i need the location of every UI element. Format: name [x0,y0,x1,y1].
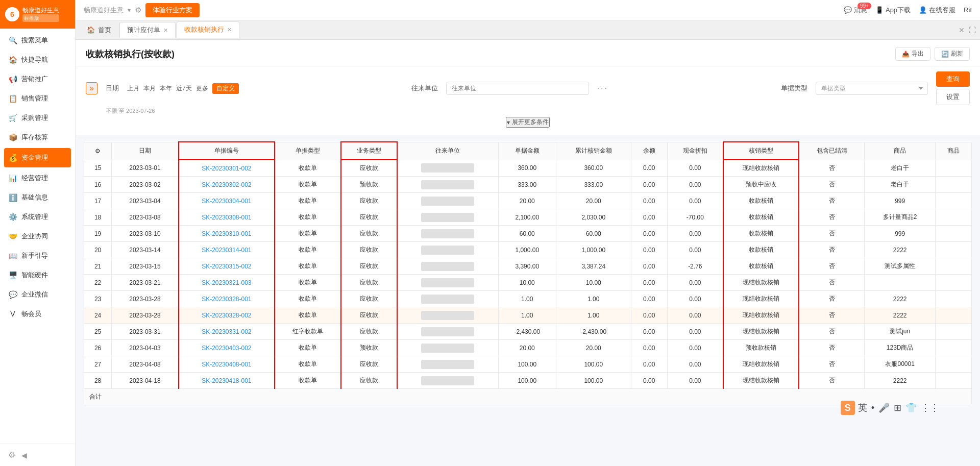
date-shortcut-more[interactable]: 更多 [196,84,208,93]
sidebar-item-hardware[interactable]: 🖥️智能硬件 [0,265,75,285]
online-service-button[interactable]: 👤 在线客服 [919,6,955,15]
logo-text: 畅康道好生意 [22,7,59,15]
cell-date: 2023-03-02 [112,177,179,193]
sidebar-item-marketing[interactable]: 📢营销推广 [0,69,75,89]
tab-collection-exec-close-icon[interactable]: ✕ [227,27,232,33]
doc-no-link[interactable]: SK-20230331-002 [202,328,251,335]
doc-no-link[interactable]: SK-20230408-001 [202,361,251,368]
cell-doc-no: SK-20230301-002 [179,160,275,177]
collapse-icon[interactable]: ◀ [21,451,27,459]
export-button[interactable]: 📤 导出 [895,47,930,61]
col-header-doc-no[interactable]: 单据编号 [179,142,275,160]
cell-num: 17 [84,193,112,209]
col-header-amount[interactable]: 单据金额 [498,142,556,160]
doc-no-link[interactable]: SK-20230308-001 [202,214,251,221]
sidebar-item-quick-nav[interactable]: 🏠快捷导航 [0,50,75,69]
sidebar-item-guide[interactable]: 📖新手引导 [0,246,75,265]
app-download-button[interactable]: 📱 App下载 [875,6,911,15]
doc-no-link[interactable]: SK-20230315-002 [202,263,251,270]
sidebar-item-basic-info[interactable]: ℹ️基础信息 [0,188,75,207]
doc-no-link[interactable]: SK-20230302-002 [202,181,251,188]
cell-cum-amount: 100.00 [556,356,631,373]
cell-amount: 1.00 [498,307,556,324]
message-button[interactable]: 💬 消息 99+ [844,6,867,15]
col-header-gear[interactable]: ⚙ [84,142,112,160]
table-row: 15 2023-03-01 SK-20230301-002 收款单 应收款 ██… [84,160,972,177]
col-header-balance[interactable]: 余额 [631,142,667,160]
doc-no-link[interactable]: SK-20230328-001 [202,296,251,303]
user-name[interactable]: Rit [964,6,972,14]
col-header-doc-type[interactable]: 单据类型 [275,142,340,160]
filter-expand-button[interactable]: » [86,82,97,94]
col-header-product2[interactable]: 商品 [935,142,971,160]
date-shortcut-7days[interactable]: 近7天 [176,84,192,93]
col-header-date[interactable]: 日期 [112,142,179,160]
doc-no-link[interactable]: SK-20230321-003 [202,279,251,286]
date-shortcut-this-month[interactable]: 本月 [143,84,156,93]
cell-cum-amount: 20.00 [556,340,631,356]
col-header-biz-type[interactable]: 业务类型 [341,142,398,160]
cell-date: 2023-04-08 [112,356,179,373]
footer-total-label: 合计 [84,389,972,405]
settings-icon[interactable]: ⚙ [8,450,15,460]
tab-collection-exec[interactable]: 收款核销执行 ✕ [177,21,239,38]
doc-no-link[interactable]: SK-20230418-001 [202,377,251,384]
doc-no-link[interactable]: SK-20230403-002 [202,345,251,352]
doc-no-link[interactable]: SK-20230328-002 [202,312,251,319]
table-row: 18 2023-03-08 SK-20230308-001 收款单 应收款 ██… [84,209,972,226]
refresh-button[interactable]: 🔄 刷新 [935,47,970,61]
sidebar-label-guide: 新手引导 [21,251,48,260]
doc-no-link[interactable]: SK-20230314-001 [202,247,251,254]
col-header-partner[interactable]: 往来单位 [397,142,498,160]
industry-solution-button[interactable]: 体验行业方案 [145,3,200,17]
tab-expand-icon[interactable]: ⛶ [969,26,976,34]
purchase-icon: 🛒 [8,114,17,122]
doc-no-link[interactable]: SK-20230310-001 [202,230,251,237]
cell-partner: ████████ [397,226,498,242]
cell-balance: 0.00 [631,226,667,242]
service-icon: 👤 [919,6,927,14]
table-row: 16 2023-03-02 SK-20230302-002 收款单 预收款 ██… [84,177,972,193]
expand-more-button[interactable]: ▾ 展开更多条件 [506,117,550,128]
partner-input[interactable] [446,82,589,95]
sidebar-item-search[interactable]: 🔍搜索菜单 [0,31,75,50]
tab-home[interactable]: 🏠 首页 [80,22,118,38]
col-header-cum-amount[interactable]: 累计核销金额 [556,142,631,160]
sidebar-item-wechat[interactable]: 💬企业微信 [0,285,75,304]
col-header-cancel-type[interactable]: 核销类型 [723,142,799,160]
doc-no-link[interactable]: SK-20230304-001 [202,198,251,205]
cell-amount: 100.00 [498,356,556,373]
cell-num: 23 [84,291,112,307]
cell-product2 [935,275,971,291]
cell-doc-type: 收款单 [275,258,340,275]
cell-date: 2023-03-04 [112,193,179,209]
date-custom-button[interactable]: 自定义 [212,83,239,94]
sidebar-item-enterprise[interactable]: 🤝企业协同 [0,227,75,246]
cell-discount: 0.00 [667,340,723,356]
page-title: 收款核销执行(按收款) [86,48,175,60]
cell-discount: -70.00 [667,209,723,226]
sidebar-item-sales[interactable]: 📋销售管理 [0,89,75,108]
filter-setting-button[interactable]: 设置 [936,89,970,105]
tab-close-all-icon[interactable]: ✕ [959,26,965,34]
doc-type-select[interactable]: 单据类型 [816,82,928,95]
cell-product2 [935,373,971,389]
col-header-include-settled[interactable]: 包含已结清 [799,142,865,160]
query-button[interactable]: 查询 [936,71,970,87]
cell-balance: 0.00 [631,373,667,389]
sidebar-item-purchase[interactable]: 🛒采购管理 [0,108,75,128]
tab-pre-payment[interactable]: 预计应付单 ✕ [119,22,176,38]
topbar-gear-icon[interactable]: ⚙ [135,6,141,15]
tab-pre-payment-close-icon[interactable]: ✕ [163,27,168,34]
doc-no-link[interactable]: SK-20230301-002 [202,165,251,172]
sidebar-item-inventory[interactable]: 📦库存核算 [0,128,75,147]
date-shortcut-this-year[interactable]: 本年 [160,84,172,93]
sidebar-item-operations[interactable]: 📊经营管理 [0,168,75,188]
table-container[interactable]: ⚙ 日期 单据编号 单据类型 业务类型 往来单位 单据金额 累计核销金额 余额 … [76,135,980,466]
sidebar-item-vip[interactable]: V畅会员 [0,304,75,324]
sidebar-item-system[interactable]: ⚙️系统管理 [0,207,75,227]
col-header-discount[interactable]: 现金折扣 [667,142,723,160]
sidebar-item-finance[interactable]: 💰资金管理 [4,148,71,167]
col-header-product[interactable]: 商品 [865,142,935,160]
date-shortcut-last-month[interactable]: 上月 [127,84,139,93]
